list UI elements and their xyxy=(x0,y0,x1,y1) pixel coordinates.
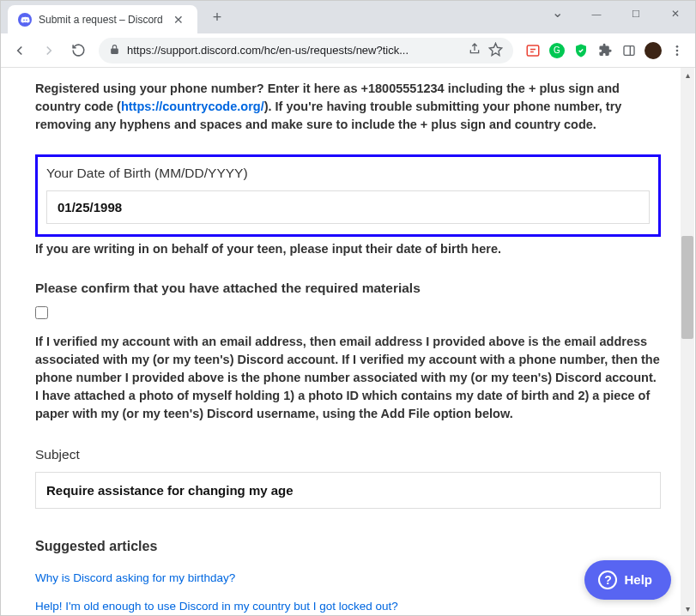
dob-help-text: If you are writing in on behalf of your … xyxy=(35,240,661,258)
browser-toolbar: https://support.discord.com/hc/en-us/req… xyxy=(1,33,695,68)
window-maximize-icon[interactable]: ☐ xyxy=(616,1,656,27)
scroll-up-icon[interactable]: ▴ xyxy=(681,68,694,82)
new-tab-button[interactable]: + xyxy=(206,5,229,30)
help-button[interactable]: ? Help xyxy=(584,560,671,600)
suggested-link-2[interactable]: Help! I'm old enough to use Discord in m… xyxy=(35,598,661,615)
dob-label: Your Date of Birth (MM/DD/YYYY) xyxy=(46,164,650,183)
confirm-body-text: If I verified my account with an email a… xyxy=(35,333,661,423)
extensions-puzzle-icon[interactable] xyxy=(594,39,616,62)
svg-rect-1 xyxy=(624,45,634,55)
window-minimize-icon[interactable] xyxy=(577,1,616,27)
window-close-icon[interactable] xyxy=(656,1,695,27)
side-panel-icon[interactable] xyxy=(618,39,640,62)
svg-point-2 xyxy=(676,45,679,48)
confirm-checkbox[interactable] xyxy=(35,306,48,319)
profile-avatar[interactable] xyxy=(642,39,664,62)
extension-shield-icon[interactable] xyxy=(570,39,592,62)
tab-title: Submit a request – Discord xyxy=(39,14,163,26)
help-icon: ? xyxy=(598,571,617,589)
suggested-articles-title: Suggested articles xyxy=(35,536,661,556)
window-controls: ☐ xyxy=(537,1,695,27)
help-label: Help xyxy=(624,571,652,589)
scroll-thumb[interactable] xyxy=(681,236,693,339)
back-button[interactable] xyxy=(8,39,32,63)
subject-input[interactable] xyxy=(35,472,661,509)
svg-rect-0 xyxy=(527,45,539,56)
confirm-checkbox-row xyxy=(35,306,661,324)
extension-grammarly-icon[interactable]: G xyxy=(546,39,568,62)
confirm-label: Please confirm that you have attached th… xyxy=(35,279,661,298)
reload-button[interactable] xyxy=(66,39,90,63)
url-text: https://support.discord.com/hc/en-us/req… xyxy=(127,44,461,57)
window-dropdown-icon[interactable] xyxy=(537,1,577,27)
lock-icon xyxy=(109,44,120,57)
tab-close-icon[interactable]: ✕ xyxy=(170,11,187,28)
intro-text: Registered using your phone number? Ente… xyxy=(35,80,661,134)
address-bar[interactable]: https://support.discord.com/hc/en-us/req… xyxy=(99,38,513,63)
discord-favicon xyxy=(18,13,32,27)
extension-translate-icon[interactable] xyxy=(522,39,544,62)
scroll-down-icon[interactable]: ▾ xyxy=(681,601,694,615)
browser-window: Submit a request – Discord ✕ + ☐ https:/… xyxy=(0,0,696,616)
scrollbar[interactable]: ▴ ▾ xyxy=(681,68,694,615)
titlebar: Submit a request – Discord ✕ + ☐ xyxy=(1,1,695,33)
star-icon[interactable] xyxy=(488,42,503,59)
countrycode-link[interactable]: https://countrycode.org/ xyxy=(121,100,264,113)
forward-button xyxy=(37,39,61,63)
browser-tab[interactable]: Submit a request – Discord ✕ xyxy=(8,5,197,34)
share-icon[interactable] xyxy=(468,42,481,58)
dob-highlight: Your Date of Birth (MM/DD/YYYY) xyxy=(35,154,661,236)
toolbar-extensions: G xyxy=(522,39,688,62)
subject-label: Subject xyxy=(35,445,661,464)
svg-point-3 xyxy=(676,49,679,51)
suggested-link-1[interactable]: Why is Discord asking for my birthday? xyxy=(35,570,661,587)
svg-point-4 xyxy=(676,53,679,56)
page-content: Registered using your phone number? Ente… xyxy=(1,68,695,615)
dob-input[interactable] xyxy=(46,190,650,224)
chrome-menu-icon[interactable] xyxy=(666,39,688,62)
